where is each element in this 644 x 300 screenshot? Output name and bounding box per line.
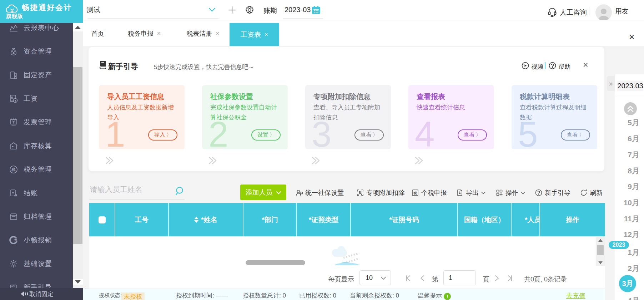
column-header-国籍地区[interactable]: 国籍（地区） bbox=[458, 203, 512, 236]
tab-close-icon[interactable]: × bbox=[216, 30, 220, 37]
sidebar-scroll-down-button[interactable] bbox=[73, 279, 83, 285]
calendar-month-4月[interactable]: 4月 bbox=[615, 295, 644, 300]
unpin-sidebar-button[interactable]: 取消固定 bbox=[0, 288, 83, 300]
tab-4[interactable]: 工资表× bbox=[230, 23, 279, 46]
page-input[interactable]: 1 bbox=[443, 270, 476, 285]
tab-label: 工资表 bbox=[241, 30, 261, 39]
select-all-checkbox[interactable] bbox=[99, 216, 106, 223]
sidebar-item-7[interactable]: 税税务管理 bbox=[0, 158, 73, 181]
per-page-select[interactable]: 10 bbox=[359, 270, 391, 285]
calendar-month-6月[interactable]: 6月 bbox=[615, 134, 644, 144]
tabbar-close-icon[interactable]: × bbox=[629, 31, 634, 43]
guide-card-action-button[interactable]: 查看〉 bbox=[561, 129, 590, 141]
last-page-button[interactable] bbox=[507, 274, 513, 284]
tab-close-icon[interactable]: × bbox=[157, 30, 161, 37]
sidebar-item-label: 小畅报销 bbox=[24, 236, 52, 245]
column-header-证照号码[interactable]: *证照号码 bbox=[351, 203, 458, 236]
user-name[interactable]: 用友 bbox=[615, 7, 629, 16]
column-header-姓名[interactable]: *姓名 bbox=[169, 203, 243, 236]
horizontal-scrollbar-thumb[interactable] bbox=[246, 260, 305, 265]
search-underline bbox=[89, 199, 185, 200]
calendar-collapse-button[interactable]: » bbox=[607, 76, 615, 91]
tab-close-icon[interactable]: × bbox=[265, 31, 268, 38]
search-icon[interactable] bbox=[174, 186, 185, 198]
sidebar-scrollbar[interactable] bbox=[73, 23, 83, 300]
sidebar-item-4[interactable]: 工资 bbox=[0, 87, 73, 110]
tab-1[interactable]: 首页 bbox=[83, 20, 112, 46]
consult-button[interactable]: 人工咨询 bbox=[548, 7, 587, 18]
guide-card-2: 社保参数设置 完成社保参数设置自动计算社保公积金 2 设置〉 bbox=[202, 85, 288, 149]
license-status-chip: 未授权 bbox=[121, 292, 145, 300]
guide-help-button[interactable]: 帮助 bbox=[549, 62, 570, 71]
toolbar-统一社保设置[interactable]: 统一社保设置 bbox=[295, 188, 344, 197]
calendar-month-11月[interactable]: 11月 bbox=[615, 214, 644, 224]
guide-video-button[interactable]: 视频 bbox=[522, 62, 543, 71]
scan-icon bbox=[356, 189, 364, 197]
column-header-证照类型[interactable]: *证照类型 bbox=[297, 203, 351, 236]
calendar-month-9月[interactable]: 9月 bbox=[615, 182, 644, 192]
sidebar-item-5[interactable]: 发票管理 bbox=[0, 110, 73, 134]
toolbar-新手引导[interactable]: 新手引导 bbox=[535, 188, 570, 197]
calendar-month-8月[interactable]: 8月 bbox=[615, 166, 644, 176]
search-input[interactable] bbox=[90, 183, 172, 196]
toolbar-action-label: 导出 bbox=[466, 188, 479, 197]
scroll-up-icon[interactable] bbox=[598, 239, 603, 242]
guide-close-icon[interactable]: × bbox=[583, 60, 588, 70]
tab-2[interactable]: 税务申报× bbox=[125, 20, 163, 46]
calendar-month-2月[interactable]: 2月 bbox=[615, 264, 644, 274]
recharge-link[interactable]: 去充值 bbox=[566, 291, 585, 300]
tab-3[interactable]: 税表清册× bbox=[182, 20, 223, 46]
sidebar-scroll-up-button[interactable] bbox=[73, 23, 83, 31]
sidebar-item-11[interactable]: 基础设置 bbox=[0, 252, 73, 276]
column-header-部门[interactable]: *部门 bbox=[243, 203, 297, 236]
sidebar-item-9[interactable]: 归档管理 bbox=[0, 205, 73, 228]
add-person-button[interactable]: 添加人员 bbox=[240, 185, 286, 200]
sidebar-item-8[interactable]: 结账 bbox=[0, 181, 73, 205]
vertical-scrollbar-thumb[interactable] bbox=[597, 245, 604, 255]
add-account-icon[interactable] bbox=[228, 6, 236, 16]
calendar-selected-month[interactable]: 3月 bbox=[619, 275, 636, 292]
sidebar-item-6[interactable]: 库存核算 bbox=[0, 134, 73, 158]
guide-card-action-button[interactable]: 查看〉 bbox=[458, 129, 487, 141]
sidebar-item-2[interactable]: 资金管理 bbox=[0, 40, 73, 63]
table-vertical-scrollbar[interactable] bbox=[596, 237, 605, 266]
guide-card-action-button[interactable]: 设置〉 bbox=[251, 129, 281, 141]
first-page-button[interactable] bbox=[405, 274, 412, 284]
calendar-month-12月[interactable]: 12月 bbox=[615, 230, 644, 240]
calendar-month-5月[interactable]: 5月 bbox=[615, 118, 644, 128]
calendar-month-10月[interactable]: 10月 bbox=[615, 198, 644, 208]
sidebar-item-label: 归档管理 bbox=[24, 212, 52, 221]
next-page-button[interactable] bbox=[494, 274, 499, 284]
scroll-down-icon[interactable] bbox=[598, 261, 603, 264]
period-calendar-icon[interactable] bbox=[311, 5, 321, 16]
sidebar-item-3[interactable]: 固定资产 bbox=[0, 63, 73, 87]
toolbar-个税申报[interactable]: 税个税申报 bbox=[411, 188, 447, 197]
toolbar-专项附加扣除[interactable]: 专项附加扣除 bbox=[356, 188, 405, 197]
calendar-month-1月[interactable]: 1月 bbox=[615, 247, 644, 257]
toolbar-导出[interactable]: 导出 bbox=[456, 188, 486, 197]
sidebar-item-10[interactable]: 小畅报销 bbox=[0, 228, 73, 252]
prev-page-button[interactable] bbox=[420, 274, 425, 284]
guide-card-action-button[interactable]: 查看〉 bbox=[354, 129, 384, 141]
calendar-collapse-up-icon[interactable] bbox=[624, 102, 637, 115]
chart-icon bbox=[9, 23, 18, 33]
period-value[interactable]: 2023-03 bbox=[285, 6, 311, 14]
calendar-month-7月[interactable]: 7月 bbox=[615, 150, 644, 160]
question-circle-icon bbox=[549, 62, 556, 71]
column-header-操作[interactable]: 操作 bbox=[540, 203, 605, 236]
guide-card-action-button[interactable]: 导入〉 bbox=[148, 129, 177, 141]
settings-gear-icon[interactable] bbox=[244, 5, 255, 17]
pagination-summary: 共0页, 0条记录 bbox=[524, 275, 567, 284]
account-chevron-down-icon[interactable] bbox=[208, 7, 216, 14]
column-header-工号[interactable]: 工号 bbox=[115, 203, 169, 236]
avatar[interactable] bbox=[595, 4, 612, 21]
sort-icon[interactable] bbox=[194, 217, 198, 223]
invoice-icon bbox=[9, 118, 18, 127]
column-header-人员[interactable]: *人员 bbox=[512, 203, 540, 236]
info-icon[interactable]: ! bbox=[444, 293, 451, 300]
header-checkbox-cell bbox=[89, 203, 115, 236]
account-select[interactable]: 测试 bbox=[87, 5, 100, 15]
toolbar-操作[interactable]: 操作 bbox=[495, 188, 525, 197]
sidebar-scrollbar-thumb[interactable] bbox=[73, 67, 82, 244]
toolbar-刷新[interactable]: 刷新 bbox=[580, 188, 603, 197]
